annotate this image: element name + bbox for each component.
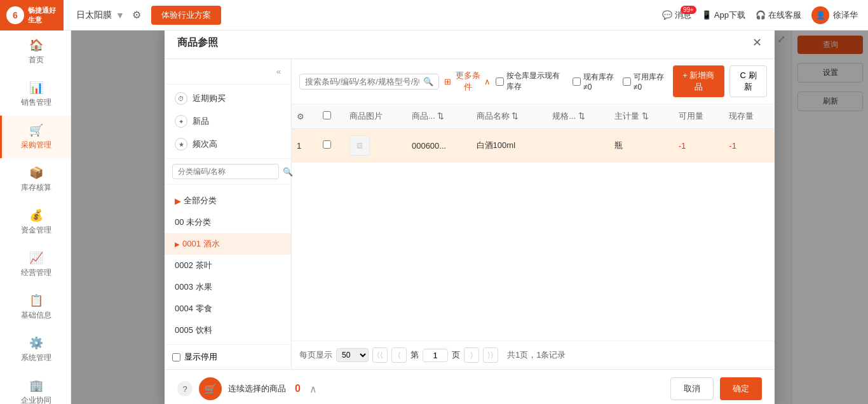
cat-snacks-label: 0004 零食	[175, 303, 212, 314]
add-product-button[interactable]: + 新增商品	[673, 65, 724, 97]
finance-icon: 💰	[29, 208, 43, 222]
first-page-button[interactable]: ⟨⟨	[372, 347, 388, 363]
collapse-category-button[interactable]: «	[274, 64, 283, 79]
cat-beverage[interactable]: 0005 饮料	[165, 320, 291, 341]
modal-close-button[interactable]: ✕	[752, 36, 762, 50]
settings-icon[interactable]: ⚙	[132, 9, 141, 21]
headset-icon: 🎧	[756, 10, 766, 20]
col-unit-label: 主计量	[614, 111, 639, 121]
col-spec[interactable]: 规格... ⇅	[547, 104, 609, 129]
show-disabled-checkbox[interactable]	[172, 353, 180, 361]
product-panel: 🔍 ⊞ 更多条件 ∧ 按仓库显示现有库存	[292, 59, 775, 369]
col-settings: ⚙	[292, 104, 318, 129]
page-info: 共1页，1条记录	[507, 349, 566, 361]
existing-stock-filter[interactable]: 现有库存≠0	[573, 72, 618, 91]
page-number-input[interactable]	[423, 349, 448, 362]
table-row[interactable]: 1 🖼 000600... 白酒100ml 瓶	[292, 129, 775, 163]
help-icon[interactable]: ?	[177, 381, 193, 396]
trial-button[interactable]: 体验行业方案	[151, 6, 221, 25]
sales-icon: 📊	[29, 81, 43, 95]
cancel-button[interactable]: 取消	[670, 377, 714, 400]
cat-snacks[interactable]: 0004 零食	[165, 298, 291, 320]
prev-page-button[interactable]: ⟨	[391, 347, 407, 363]
col-available: 可用量	[674, 104, 724, 129]
available-stock-label: 可用库存≠0	[634, 72, 668, 91]
sidebar-label-sales: 销售管理	[21, 97, 51, 108]
topbar-right: 💬 消息 99+ 📱 App下载 🎧 在线客服 👤 徐泽华	[662, 6, 858, 24]
col-checkbox	[318, 104, 344, 129]
refresh-button[interactable]: C 刷新	[729, 65, 767, 97]
toolbar-right-actions: + 新增商品 C 刷新	[673, 65, 767, 97]
sidebar-item-system[interactable]: ⚙️ 系统管理	[0, 328, 71, 371]
per-page-select[interactable]: 50 100 200	[336, 348, 369, 362]
sidebar-item-inventory[interactable]: 📦 库存核算	[0, 158, 71, 201]
sidebar-item-purchase[interactable]: 🛒 采购管理	[0, 116, 71, 158]
col-name[interactable]: 商品名称 ⇅	[471, 104, 548, 129]
new-product-filter[interactable]: ✦ 新品	[165, 110, 291, 133]
clock-icon: ⏱	[175, 92, 187, 105]
cat-tea[interactable]: 0002 茶叶	[165, 255, 291, 276]
select-all-checkbox[interactable]	[323, 111, 331, 119]
store-selector[interactable]: 日太阳膜 ▼	[76, 10, 125, 21]
cat-alcohol[interactable]: ▶ 0001 酒水	[165, 233, 291, 255]
warehouse-stock-checkbox[interactable]	[496, 77, 504, 86]
product-search-wrap: 🔍	[299, 74, 439, 90]
col-code[interactable]: 商品... ⇅	[407, 104, 471, 129]
next-page-button[interactable]: ⟩	[464, 347, 479, 363]
sidebar-item-finance[interactable]: 💰 资金管理	[0, 201, 71, 243]
notification-badge: 99+	[681, 6, 696, 14]
cat-uncategorized[interactable]: 00 未分类	[165, 212, 291, 233]
row-checkbox[interactable]	[323, 140, 331, 149]
product-search-input[interactable]	[305, 77, 419, 86]
per-page-label: 每页显示	[299, 349, 332, 361]
recent-purchase-filter[interactable]: ⏱ 近期购买	[165, 87, 291, 110]
product-search-icon[interactable]: 🔍	[423, 77, 433, 86]
message-icon: 💬	[662, 10, 672, 20]
basicinfo-icon: 📋	[29, 293, 43, 307]
online-service-item[interactable]: 🎧 在线客服	[756, 10, 801, 21]
collapse-footer-icon[interactable]: ∧	[309, 383, 317, 395]
category-search-box: 🔍	[165, 159, 291, 185]
existing-stock-checkbox[interactable]	[573, 77, 581, 86]
filter-label: 更多条件	[454, 70, 482, 93]
operations-icon: 📈	[29, 251, 43, 265]
store-name: 日太阳膜	[76, 10, 112, 21]
row-checkbox-cell	[318, 129, 344, 163]
col-settings-icon[interactable]: ⚙	[297, 112, 304, 121]
high-frequency-filter[interactable]: ★ 频次高	[165, 133, 291, 156]
modal-title: 商品参照	[177, 36, 218, 50]
collab-icon: 🏢	[29, 379, 43, 393]
show-disabled-label: 显示停用	[184, 351, 217, 363]
sidebar-item-operations[interactable]: 📈 经营管理	[0, 243, 71, 286]
sidebar-label-collab: 企业协同	[21, 395, 51, 404]
sidebar-item-sales[interactable]: 📊 销售管理	[0, 73, 71, 116]
main-layout: 🏠 首页 📊 销售管理 🛒 采购管理 📦 库存核算 💰 资金管理 📈 经营管理 …	[0, 30, 868, 404]
sidebar-item-collab[interactable]: 🏢 企业协同	[0, 371, 71, 404]
available-stock-filter[interactable]: 可用库存≠0	[623, 72, 668, 91]
filter-arrow-icon: ∧	[484, 77, 491, 86]
col-unit[interactable]: 主计量 ⇅	[609, 104, 674, 129]
messages-item[interactable]: 💬 消息 99+	[662, 10, 691, 21]
recent-purchase-label: 近期购买	[193, 93, 226, 104]
row-unit: 瓶	[609, 129, 674, 163]
confirm-button[interactable]: 确定	[720, 377, 762, 400]
cat-all[interactable]: ▶ 全部分类	[165, 190, 291, 212]
col-name-label: 商品名称	[477, 111, 510, 121]
sidebar-item-basic-info[interactable]: 📋 基础信息	[0, 286, 71, 328]
topbar: 6 畅捷通好生意 日太阳膜 ▼ ⚙ 体验行业方案 💬 消息 99+ 📱 App下…	[0, 0, 868, 30]
modal-overlay: 商品参照 ✕ « ⏱ 近期购买	[71, 30, 868, 404]
category-top: «	[165, 59, 291, 84]
cat-fruit[interactable]: 0003 水果	[165, 276, 291, 298]
warehouse-stock-filter[interactable]: 按仓库显示现有库存	[496, 71, 567, 92]
category-search-input[interactable]	[172, 164, 279, 179]
sidebar-item-home[interactable]: 🏠 首页	[0, 30, 71, 73]
star-icon: ★	[175, 138, 187, 151]
last-page-button[interactable]: ⟩⟩	[483, 347, 498, 363]
available-stock-checkbox[interactable]	[623, 77, 631, 86]
user-menu[interactable]: 👤 徐泽华	[811, 6, 858, 24]
app-download-item[interactable]: 📱 App下载	[702, 10, 745, 21]
cart-icon[interactable]: 🛒	[199, 377, 222, 400]
high-frequency-label: 频次高	[193, 138, 217, 150]
more-filter-button[interactable]: ⊞ 更多条件 ∧	[444, 70, 491, 93]
quick-filter-list: ⏱ 近期购买 ✦ 新品 ★ 频次高	[165, 84, 291, 159]
